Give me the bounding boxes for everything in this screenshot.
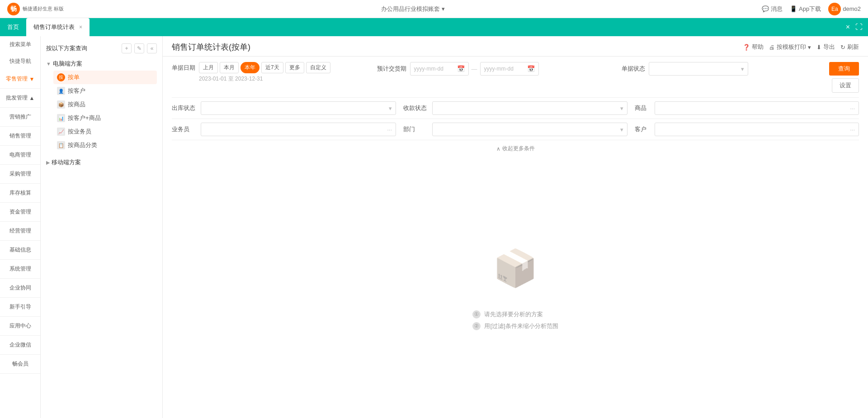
- collapse-chevron-icon: ∧: [496, 146, 500, 152]
- pc-section: ▼ 电脑端方案 按 按单 👤 按客户 📦 按商品 📊 按客户+商: [41, 57, 162, 152]
- settings-btn[interactable]: 设置: [832, 78, 859, 93]
- edit-scheme-btn[interactable]: ✎: [134, 43, 144, 53]
- calendar-start-icon: 📅: [457, 65, 465, 72]
- scheme-item-by-customer[interactable]: 👤 按客户: [53, 84, 157, 98]
- filter-row-1: 单据日期 上月 本月 本年 近7天 更多 自定义 2023-01-01 至 20…: [172, 62, 859, 98]
- query-btn[interactable]: 查询: [829, 62, 859, 76]
- tab-close-icon[interactable]: ×: [79, 24, 82, 30]
- outbound-select[interactable]: ▾: [201, 101, 396, 115]
- print-btn[interactable]: 🖨 按模板打印 ▾: [769, 43, 811, 51]
- sidebar-item-newbie[interactable]: 新手引导: [0, 298, 40, 317]
- status-select[interactable]: ▾: [649, 62, 748, 76]
- left-panel: 按以下方案查询 + ✎ « ▼ 电脑端方案 按 按单 👤 按客户: [41, 36, 163, 418]
- goods-label: 商品: [635, 104, 651, 112]
- user-profile[interactable]: Ea demo2: [828, 3, 861, 15]
- sidebar-item-basic-info[interactable]: 基础信息: [0, 241, 40, 260]
- top-bar: 畅 畅捷通好生意 标版 办公用品行业模拟账套 ▾ 💬 消息 📱 App下载 Ea…: [0, 0, 868, 18]
- help-btn[interactable]: ❓ 帮助: [743, 43, 764, 51]
- sidebar-quick-nav[interactable]: 快捷导航: [0, 53, 40, 70]
- print-icon: 🖨: [769, 44, 775, 51]
- sidebar-item-app-center[interactable]: 应用中心: [0, 317, 40, 336]
- customer-input[interactable]: ···: [655, 123, 859, 136]
- pc-section-header[interactable]: ▼ 电脑端方案: [46, 57, 157, 71]
- logo-area: 畅 畅捷通好生意 标版: [7, 3, 64, 15]
- help-icon: ❓: [743, 44, 750, 51]
- panel-title: 按以下方案查询: [46, 44, 118, 52]
- sidebar-item-system[interactable]: 系统管理: [0, 260, 40, 279]
- hint-num-1: ①: [472, 310, 481, 318]
- refresh-btn[interactable]: ↻ 刷新: [840, 43, 859, 51]
- maximize-icon[interactable]: ⛶: [855, 23, 863, 31]
- sidebar-item-member[interactable]: 畅会员: [0, 355, 40, 374]
- sidebar-item-ecommerce[interactable]: 电商管理: [0, 146, 40, 165]
- sidebar-item-operations[interactable]: 经营管理: [0, 222, 40, 241]
- dept-select[interactable]: ▾: [432, 123, 627, 136]
- company-selector[interactable]: 办公用品行业模拟账套 ▾: [381, 5, 445, 13]
- top-bar-left: 畅 畅捷通好生意 标版: [7, 3, 64, 15]
- date-btn-this-month[interactable]: 本月: [220, 62, 239, 73]
- avatar: Ea: [828, 3, 841, 15]
- sidebar-item-purchase[interactable]: 采购管理: [0, 165, 40, 184]
- date-range-display: 2023-01-01 至 2023-12-31: [172, 75, 370, 83]
- expected-date-start[interactable]: yyyy-mm-dd 📅: [410, 62, 469, 76]
- goods-filter: 商品 ···: [635, 101, 859, 115]
- salesperson-input[interactable]: ···: [201, 123, 396, 136]
- app-download-btn[interactable]: 📱 App下载: [790, 5, 821, 13]
- sidebar-item-cooperation[interactable]: 企业协同: [0, 279, 40, 298]
- mobile-section-header[interactable]: ▶ 移动端方案: [46, 156, 157, 169]
- dept-filter: 部门 ▾: [403, 123, 627, 136]
- page-header-actions: ❓ 帮助 🖨 按模板打印 ▾ ⬇ 导出 ↻ 刷新: [743, 43, 859, 51]
- sidebar-search[interactable]: 搜索菜单: [0, 36, 40, 53]
- sidebar-item-inventory[interactable]: 库存核算: [0, 184, 40, 203]
- collapse-btn[interactable]: ∧ 收起更多条件: [172, 140, 859, 157]
- add-scheme-btn[interactable]: +: [122, 43, 132, 53]
- scheme-item-by-goods[interactable]: 📦 按商品: [53, 98, 157, 111]
- filter-row-3: 业务员 ··· 部门 ▾ 客户: [172, 119, 859, 140]
- date-separator: —: [472, 66, 477, 72]
- minimize-icon[interactable]: ×: [846, 23, 850, 31]
- logo-icon: 畅: [7, 3, 20, 15]
- salesperson-label: 业务员: [172, 125, 197, 133]
- mobile-section-arrow: ▶: [46, 160, 50, 166]
- goods-input[interactable]: ···: [655, 101, 859, 115]
- export-btn[interactable]: ⬇ 导出: [816, 43, 835, 51]
- scheme-item-by-customer-goods[interactable]: 📊 按客户+商品: [53, 111, 157, 125]
- refresh-icon: ↻: [840, 44, 845, 51]
- date-filter-group: 单据日期 上月 本月 本年 近7天 更多 自定义 2023-01-01 至 20…: [172, 62, 370, 83]
- print-dropdown-icon: ▾: [808, 44, 811, 51]
- dept-dropdown-icon: ▾: [620, 126, 623, 133]
- sidebar-item-sales[interactable]: 销售管理: [0, 127, 40, 146]
- date-btn-this-year[interactable]: 本年: [241, 62, 259, 73]
- sidebar: 搜索菜单 快捷导航 零售管理▼ 批发管理▲ 营销推广 销售管理 电商管理 采购管…: [0, 36, 41, 418]
- message-icon: 💬: [762, 5, 769, 12]
- date-btn-more[interactable]: 更多: [285, 62, 304, 73]
- panel-header: 按以下方案查询 + ✎ «: [41, 42, 162, 57]
- date-btn-custom[interactable]: 自定义: [306, 62, 330, 73]
- status-dropdown-icon: ▾: [741, 66, 744, 72]
- expected-date-end[interactable]: yyyy-mm-dd 📅: [480, 62, 539, 76]
- collapse-panel-btn[interactable]: «: [147, 43, 157, 53]
- message-btn[interactable]: 💬 消息: [762, 5, 783, 13]
- pc-section-title: 电脑端方案: [53, 60, 82, 68]
- by-customer-goods-icon: 📊: [57, 114, 65, 122]
- sidebar-item-retail[interactable]: 零售管理▼: [0, 70, 40, 89]
- by-category-icon: 📋: [57, 141, 65, 149]
- sidebar-item-wechat[interactable]: 企业微信: [0, 336, 40, 355]
- tab-home[interactable]: 首页: [0, 18, 26, 36]
- scheme-item-by-salesperson[interactable]: 📈 按业务员: [53, 125, 157, 138]
- date-btn-last-month[interactable]: 上月: [199, 62, 218, 73]
- scheme-item-by-order[interactable]: 按 按单: [53, 71, 157, 84]
- receipt-select[interactable]: ▾: [432, 101, 627, 115]
- query-settings-group: 查询 设置: [826, 62, 859, 93]
- empty-hints: ① 请先选择要分析的方案 ② 用[过滤]条件来缩小分析范围: [472, 310, 558, 330]
- filter-inner: 单据日期 上月 本月 本年 近7天 更多 自定义 2023-01-01 至 20…: [172, 57, 859, 159]
- logo-text: 畅捷通好生意 标版: [23, 5, 64, 12]
- filter-section: 单据日期 上月 本月 本年 近7天 更多 自定义 2023-01-01 至 20…: [163, 57, 868, 159]
- tab-sales-order[interactable]: 销售订单统计表 ×: [26, 18, 90, 36]
- scheme-item-by-category[interactable]: 📋 按商品分类: [53, 138, 157, 152]
- sidebar-item-marketing[interactable]: 营销推广: [0, 108, 40, 127]
- sidebar-item-finance[interactable]: 资金管理: [0, 203, 40, 222]
- date-btn-7days[interactable]: 近7天: [261, 62, 283, 73]
- mobile-section: ▶ 移动端方案: [41, 156, 162, 169]
- sidebar-item-wholesale[interactable]: 批发管理▲: [0, 89, 40, 108]
